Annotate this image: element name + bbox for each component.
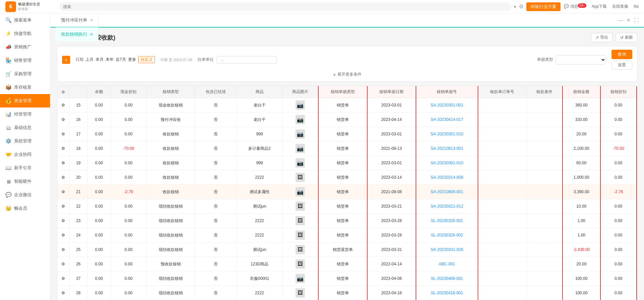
- cell-bill_no[interactable]: SL-20230328-002: [416, 228, 478, 243]
- sidebar-item-finance[interactable]: 💰资金管理: [0, 94, 50, 108]
- sidebar-item-guide[interactable]: 📖新手引导: [0, 161, 50, 175]
- cell-receipt_order_no: [478, 156, 527, 170]
- cell-bill_no[interactable]: SL-20230418-001: [416, 286, 478, 300]
- row-settings[interactable]: ⚙: [57, 113, 69, 127]
- sidebar-item-marketing[interactable]: 📣营销推广: [0, 40, 50, 54]
- expand-more-button[interactable]: ∨ 展开更多条件: [62, 70, 632, 78]
- row-settings[interactable]: ⚙: [57, 127, 69, 141]
- sidebar-item-quick[interactable]: ⚡快捷导航: [0, 27, 50, 40]
- filter-expand-button[interactable]: »: [62, 56, 70, 64]
- cell-product: 2222: [237, 170, 282, 185]
- cell-discount: 0.00: [111, 257, 147, 271]
- cell-bill_no[interactable]: SA-20210808-001: [416, 185, 478, 199]
- top-search-input[interactable]: [59, 2, 511, 11]
- cell-bill_no[interactable]: SA-20230301-001: [416, 98, 478, 113]
- sidebar-item-wechat[interactable]: 💬企业微信: [0, 188, 50, 202]
- query-button[interactable]: 查询: [611, 50, 632, 59]
- cell-balance: 0.00: [87, 199, 111, 214]
- row-settings[interactable]: ⚙: [57, 170, 69, 185]
- refresh-button[interactable]: ↺ 刷新: [616, 33, 637, 42]
- date-7days[interactable]: 近7天: [116, 57, 126, 62]
- row-settings[interactable]: ⚙: [57, 257, 69, 271]
- cell-write_off_amount: 1.00: [562, 214, 600, 228]
- sidebar-item-purchase[interactable]: 🛒采购管理: [0, 67, 50, 81]
- cell-write_off_discount: 0.00: [600, 271, 637, 286]
- export-button[interactable]: ↗ 导出: [591, 33, 612, 42]
- cell-balance: 0.00: [87, 98, 111, 113]
- row-settings[interactable]: ⚙: [57, 243, 69, 257]
- cell-product_img: 🖼: [282, 243, 319, 257]
- dropdown-icon[interactable]: ▾: [514, 4, 516, 9]
- cell-bill_no[interactable]: SA-20210813-001: [416, 141, 478, 156]
- cell-index: 15: [69, 98, 87, 113]
- sidebar-item-system[interactable]: ⚙️系统管理: [0, 134, 50, 148]
- cell-balance: 0.00: [87, 127, 111, 141]
- table-row: ⚙280.000.00现结收款核销否2222🖼销货单2023-04-18SL-2…: [57, 286, 637, 300]
- tab-receipt[interactable]: 收款核销执行✕: [56, 27, 99, 41]
- app-download-link[interactable]: App下载: [592, 4, 607, 9]
- tab-minimize-icon[interactable]: —: [619, 17, 623, 23]
- date-last-month[interactable]: 上月: [86, 57, 94, 62]
- cell-bill_no[interactable]: SL-20230328-001: [416, 214, 478, 228]
- user-name[interactable]: Rit: [634, 4, 639, 9]
- row-settings[interactable]: ⚙: [57, 141, 69, 156]
- sidebar-item-sales[interactable]: 🏪销售管理: [0, 54, 50, 67]
- cell-bill_no[interactable]: SA-20230301-010: [416, 127, 478, 141]
- row-settings[interactable]: ⚙: [57, 271, 69, 286]
- close-tab-receipt[interactable]: ✕: [90, 32, 93, 37]
- system-icon: ⚙️: [5, 138, 11, 144]
- cell-bill_no[interactable]: SL-20230408-001: [416, 271, 478, 286]
- cell-bill_no[interactable]: SA-20230301-010: [416, 156, 478, 170]
- cell-index: 17: [69, 127, 87, 141]
- sidebar-item-enterprise[interactable]: 🤝企业协同: [0, 148, 50, 161]
- col-header-balance: 余额: [87, 86, 111, 98]
- row-settings[interactable]: ⚙: [57, 286, 69, 300]
- cell-bill_no[interactable]: ABC-001: [416, 257, 478, 271]
- solution-button[interactable]: 休验行业方案: [526, 2, 560, 11]
- cell-index: 20: [69, 170, 87, 185]
- col-settings[interactable]: ⚙: [57, 86, 69, 98]
- row-settings[interactable]: ⚙: [57, 199, 69, 214]
- sidebar-item-hardware[interactable]: 🖥智能硬件: [0, 175, 50, 188]
- cell-discount: 0.00: [111, 113, 147, 127]
- message-area[interactable]: 💬 消息 99+: [564, 4, 586, 9]
- date-range: 不限 至 2023-07-26: [160, 57, 192, 62]
- cell-bill_no[interactable]: SA-20230321-012: [416, 199, 478, 214]
- date-this-year[interactable]: 本年: [106, 57, 114, 62]
- sidebar-item-basic[interactable]: 🗂基础信息: [0, 121, 50, 134]
- online-service-link[interactable]: 在线客服: [612, 4, 628, 9]
- cell-bill_no[interactable]: SA-20230331-026: [416, 243, 478, 257]
- row-settings[interactable]: ⚙: [57, 156, 69, 170]
- tab-close-icon[interactable]: ✕: [627, 17, 631, 23]
- close-tab-prepay[interactable]: ✕: [90, 18, 93, 23]
- cell-receipt_order_no: [478, 228, 527, 243]
- filter-date-group: 日期 上月 本月 本年 近7天 更多 自定义: [75, 56, 155, 63]
- cell-type: 预付冲应收: [147, 113, 195, 127]
- bill-type-select[interactable]: [556, 55, 606, 65]
- sidebar-item-member[interactable]: 👑畅会员: [0, 202, 50, 215]
- sidebar-item-inventory[interactable]: 📦库存核算: [0, 81, 50, 94]
- row-settings[interactable]: ⚙: [57, 228, 69, 243]
- cell-bill_no[interactable]: SA-20230314-008: [416, 170, 478, 185]
- settings-icon[interactable]: ⚙: [519, 3, 524, 10]
- date-this-month[interactable]: 本月: [96, 57, 104, 62]
- sidebar-item-operations[interactable]: 📊经营管理: [0, 108, 50, 121]
- col-header-write_off_amount: 核销金额: [562, 86, 600, 98]
- cell-product_img: 🖼: [282, 257, 319, 271]
- row-settings[interactable]: ⚙: [57, 185, 69, 199]
- date-more[interactable]: 更多: [128, 57, 136, 62]
- row-settings[interactable]: ⚙: [57, 214, 69, 228]
- search-icon: 🔍: [5, 17, 11, 23]
- cell-bill_type: 销货单: [318, 286, 367, 300]
- sales-icon: 🏪: [5, 57, 11, 63]
- tab-prepay[interactable]: 预付冲应付单✕: [56, 13, 99, 27]
- cell-discount: 0.00: [111, 271, 147, 286]
- row-settings[interactable]: ⚙: [57, 98, 69, 113]
- counterpart-input[interactable]: ...: [216, 56, 277, 63]
- date-custom[interactable]: 自定义: [138, 56, 155, 63]
- tab-expand-icon[interactable]: ⛶: [634, 17, 639, 23]
- setting-button[interactable]: 设置: [611, 60, 632, 70]
- cell-bill_no[interactable]: SA-20230414-017: [416, 113, 478, 127]
- sidebar-item-search[interactable]: 🔍搜索菜单: [0, 13, 50, 27]
- cell-bill_type: 销货单: [318, 113, 367, 127]
